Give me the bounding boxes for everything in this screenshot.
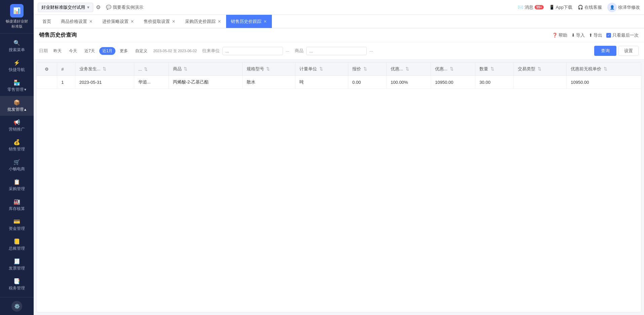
- date-btn-more[interactable]: 更多: [117, 47, 131, 55]
- th-qty[interactable]: 数量 ⇅: [475, 63, 514, 76]
- th-biz-date[interactable]: 业务发生... ⇅: [75, 63, 134, 76]
- sort-icon: ⇅: [450, 66, 454, 71]
- sidebar-item-ec-mgmt[interactable]: 🌐 电商管理: [0, 294, 34, 297]
- td-discount2: 10950.00: [431, 76, 475, 89]
- help-icon: ❓: [552, 33, 558, 38]
- sidebar-item-search-menu[interactable]: 🔍 搜索菜单: [0, 36, 34, 56]
- checkbox-icon: ✓: [606, 33, 611, 38]
- date-filter-group: 日期 昨天 今天 近7天 近1月 更多 自定义 2023-05-02 至 202…: [39, 47, 197, 55]
- main-content: 好业财标准版交付试用 ▾ ⚙ 💬 我要看实例演示 ✉️ 消息 99+ 📱 App…: [34, 0, 644, 315]
- source-input[interactable]: [222, 47, 283, 55]
- import-link[interactable]: ⬇ 导入: [571, 32, 585, 38]
- td-seq: 1: [57, 76, 75, 89]
- page-header: 销售历史价查询 ❓ 帮助 ⬇ 导入 ⬆ 导出 ✓ 只看最后一次: [34, 28, 644, 42]
- sidebar-item-xiaochang-ec[interactable]: 🛒 小畅电商: [0, 155, 34, 175]
- marketing-icon: 📢: [13, 119, 20, 126]
- sidebar: 📊 畅捷通好业财 标准版 🔍 搜索菜单 ⚡ 快捷导航 🏪 零售管理 ▾ 📦 批发…: [0, 0, 34, 315]
- th-unit[interactable]: 计量单位 ⇅: [295, 63, 348, 76]
- date-btn-yesterday[interactable]: 昨天: [50, 47, 65, 55]
- search-icon: 🔍: [13, 40, 20, 46]
- only-last-checkbox[interactable]: ✓ 只看最后一次: [606, 32, 639, 38]
- chevron-down-icon: ▾: [24, 87, 26, 92]
- date-btn-7days[interactable]: 近7天: [81, 47, 98, 55]
- page-actions: ❓ 帮助 ⬇ 导入 ⬆ 导出 ✓ 只看最后一次: [552, 32, 639, 38]
- td-pretax-price: 10950.00: [567, 76, 641, 89]
- source-filter-group: 往来单位 ···: [202, 47, 289, 55]
- close-icon[interactable]: ✕: [131, 19, 134, 24]
- message-button[interactable]: ✉️ 消息 99+: [518, 4, 544, 10]
- th-discount1[interactable]: 优惠... ⇅: [387, 63, 431, 76]
- product-input[interactable]: [306, 47, 367, 55]
- filter-section: 日期 昨天 今天 近7天 近1月 更多 自定义 2023-05-02 至 202…: [34, 42, 644, 60]
- mobile-icon: 📱: [549, 5, 554, 10]
- th-product[interactable]: 商品 ⇅: [169, 63, 242, 76]
- sidebar-item-sales-mgmt[interactable]: 💰 销售管理: [0, 136, 34, 155]
- chevron-up-icon: ▴: [24, 107, 26, 112]
- filter-actions: 查询 设置: [594, 46, 639, 56]
- message-badge: 99+: [535, 5, 544, 9]
- sidebar-item-wholesale-mgmt[interactable]: 📦 批发管理 ▴: [0, 96, 34, 116]
- help-link[interactable]: ❓ 帮助: [552, 32, 567, 38]
- tab-price-strategy[interactable]: 进价策略设置 ✕: [98, 15, 139, 28]
- sidebar-item-purchase-mgmt[interactable]: 📋 采购管理: [0, 175, 34, 195]
- date-btn-1month[interactable]: 近1月: [99, 47, 116, 55]
- sort-icon: ⇅: [319, 66, 323, 71]
- date-btn-today[interactable]: 今天: [66, 47, 80, 55]
- table-row: 1 2023-05-31 华追... 丙烯酸-2-乙基己酯 散水 吨 0.00 …: [37, 76, 641, 89]
- sort-icon: ⇅: [363, 66, 367, 71]
- td-more1: 华追...: [134, 76, 169, 89]
- capital-icon: 💳: [13, 218, 20, 225]
- close-icon[interactable]: ✕: [218, 19, 221, 24]
- sidebar-item-marketing[interactable]: 📢 营销推广: [0, 116, 34, 136]
- sidebar-item-inventory[interactable]: 🏭 库存核算: [0, 195, 34, 215]
- th-spec[interactable]: 规格型号 ⇅: [242, 63, 295, 76]
- sort-icon: ⇅: [103, 66, 106, 71]
- th-discount2[interactable]: 优惠... ⇅: [431, 63, 475, 76]
- demo-link[interactable]: 💬 我要看实例演示: [106, 4, 143, 10]
- product-more-icon[interactable]: ···: [369, 48, 373, 54]
- tax-icon: 📑: [13, 278, 20, 284]
- close-icon[interactable]: ✕: [172, 19, 175, 24]
- tab-product-price[interactable]: 商品价格设置 ✕: [56, 15, 98, 28]
- th-more1[interactable]: ... ⇅: [134, 63, 169, 76]
- query-button[interactable]: 查询: [594, 46, 616, 56]
- app-logo-text: 畅捷通好业财 标准版: [6, 19, 28, 29]
- sort-icon: ⇅: [184, 66, 187, 71]
- settings-icon[interactable]: ⚙️: [11, 301, 22, 312]
- tab-price-extract[interactable]: 售价提取设置 ✕: [139, 15, 180, 28]
- td-price: 0.00: [348, 76, 387, 89]
- invoice-icon: 🧾: [13, 258, 20, 265]
- export-link[interactable]: ⬆ 导出: [589, 32, 602, 38]
- user-menu[interactable]: 👤 徐泽华修改: [607, 3, 640, 12]
- th-pretax-price[interactable]: 优惠前无税单价 ⇅: [567, 63, 641, 76]
- tab-purchase-history[interactable]: 采购历史价跟踪 ✕: [180, 15, 226, 28]
- th-tx-type[interactable]: 交易类型 ⇅: [514, 63, 567, 76]
- date-btn-custom[interactable]: 自定义: [132, 47, 150, 55]
- td-discount1: 100.00%: [387, 76, 431, 89]
- sidebar-item-invoice-mgmt[interactable]: 🧾 发票管理: [0, 255, 34, 275]
- source-more-icon[interactable]: ···: [286, 48, 289, 54]
- tab-home[interactable]: 首页: [38, 15, 56, 28]
- sidebar-item-capital-mgmt[interactable]: 💳 资金管理: [0, 215, 34, 235]
- app-download-button[interactable]: 📱 App下载: [549, 4, 572, 10]
- td-gear: [37, 76, 57, 89]
- td-biz-date: 2023-05-31: [75, 76, 134, 89]
- close-icon[interactable]: ✕: [263, 19, 267, 24]
- online-service-button[interactable]: 🎧 在线客服: [578, 4, 602, 10]
- gear-icon[interactable]: ⚙: [96, 4, 101, 10]
- sidebar-item-general-ledger[interactable]: 📒 总账管理: [0, 235, 34, 255]
- sidebar-item-tax-mgmt[interactable]: 📑 税务管理: [0, 275, 34, 294]
- sidebar-item-retail-mgmt[interactable]: 🏪 零售管理 ▾: [0, 76, 34, 96]
- th-price[interactable]: 报价 ⇅: [348, 63, 387, 76]
- inventory-icon: 🏭: [13, 199, 20, 205]
- export-icon: ⬆: [589, 33, 593, 38]
- sidebar-item-quick-nav[interactable]: ⚡ 快捷导航: [0, 56, 34, 76]
- tab-sales-history[interactable]: 销售历史价跟踪 ✕: [226, 15, 272, 28]
- th-gear[interactable]: ⚙: [37, 63, 57, 76]
- version-selector-text: 好业财标准版交付试用: [41, 4, 85, 10]
- version-selector[interactable]: 好业财标准版交付试用 ▾: [38, 3, 93, 12]
- close-icon[interactable]: ✕: [89, 19, 93, 24]
- page-title: 销售历史价查询: [39, 32, 77, 39]
- th-seq: #: [57, 63, 75, 76]
- settings-button[interactable]: 设置: [618, 46, 639, 56]
